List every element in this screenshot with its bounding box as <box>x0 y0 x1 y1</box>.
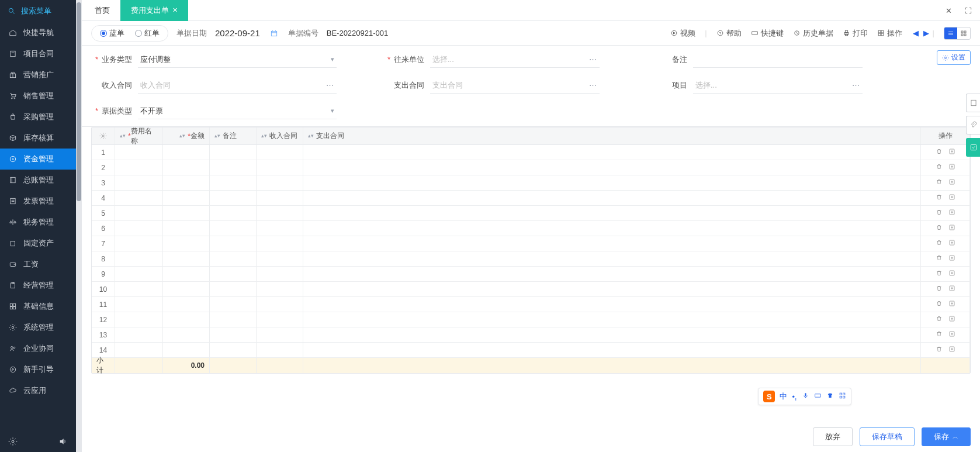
delete-row-icon[interactable] <box>936 194 943 202</box>
cell-remark[interactable] <box>210 267 257 281</box>
sidebar-item-sales[interactable]: 销售管理 <box>0 85 76 106</box>
cell-amount[interactable] <box>163 160 210 175</box>
delete-row-icon[interactable] <box>936 178 943 187</box>
sidebar-item-inventory[interactable]: 库存核算 <box>0 127 76 149</box>
cell-amount[interactable] <box>163 282 210 296</box>
cell-name[interactable] <box>115 236 163 251</box>
table-row[interactable]: 5 <box>92 206 970 221</box>
add-row-icon[interactable] <box>948 163 955 172</box>
dock-note-icon[interactable] <box>966 94 980 112</box>
add-row-icon[interactable] <box>948 300 955 309</box>
cell-remark[interactable] <box>210 175 257 190</box>
table-row[interactable]: 1 <box>92 145 970 160</box>
delete-row-icon[interactable] <box>936 163 943 172</box>
ime-bar[interactable]: S 中 •ˌ <box>758 388 851 405</box>
cell-name[interactable] <box>115 145 163 160</box>
table-config-icon[interactable] <box>92 127 115 144</box>
table-row[interactable]: 3 <box>92 175 970 191</box>
cell-expense[interactable] <box>303 145 921 160</box>
col-name-header[interactable]: ▴▾*费用名称 <box>115 127 163 144</box>
cell-amount[interactable] <box>163 327 210 342</box>
print-button[interactable]: 打印 <box>843 28 868 39</box>
close-icon[interactable]: ✕ <box>172 6 178 14</box>
invoice-type-select[interactable]: 不开票▾ <box>138 103 337 119</box>
fullscreen-icon[interactable] <box>962 5 974 16</box>
dock-check-icon[interactable] <box>966 138 980 157</box>
cell-name[interactable] <box>115 297 163 312</box>
delete-row-icon[interactable] <box>936 209 943 218</box>
cell-expense[interactable] <box>303 236 921 251</box>
cell-expense[interactable] <box>303 343 921 357</box>
cell-remark[interactable] <box>210 297 257 312</box>
sidebar-item-cloud[interactable]: 云应用 <box>0 380 76 401</box>
sidebar-scrollbar[interactable] <box>76 0 82 452</box>
settings-button[interactable]: 设置 <box>937 50 971 65</box>
delete-row-icon[interactable] <box>936 300 943 309</box>
cell-name[interactable] <box>115 206 163 220</box>
sidebar-item-salary[interactable]: 工资 <box>0 254 76 275</box>
cell-amount[interactable] <box>163 175 210 190</box>
biz-type-select[interactable]: 应付调整▾ <box>138 51 337 68</box>
cell-expense[interactable] <box>303 221 921 236</box>
cell-income[interactable] <box>257 327 303 342</box>
cell-name[interactable] <box>115 282 163 296</box>
ime-keyboard-icon[interactable] <box>814 392 822 401</box>
tab-home[interactable]: 首页 <box>84 0 120 21</box>
sidebar-item-finance[interactable]: ¥资金管理 <box>0 149 76 170</box>
table-row[interactable]: 11 <box>92 297 970 312</box>
calendar-icon[interactable] <box>268 27 280 39</box>
table-row[interactable]: 7 <box>92 236 970 251</box>
add-row-icon[interactable] <box>948 285 955 294</box>
cell-income[interactable] <box>257 343 303 357</box>
add-row-icon[interactable] <box>948 270 955 278</box>
add-row-icon[interactable] <box>948 239 955 248</box>
cell-expense[interactable] <box>303 327 921 342</box>
volume-icon[interactable] <box>58 437 68 446</box>
cell-name[interactable] <box>115 343 163 357</box>
sidebar-item-marketing[interactable]: 营销推广 <box>0 64 76 85</box>
add-row-icon[interactable] <box>948 178 955 187</box>
cell-amount[interactable] <box>163 312 210 327</box>
cell-expense[interactable] <box>303 175 921 190</box>
video-button[interactable]: 视频 <box>670 28 695 39</box>
cell-income[interactable] <box>257 312 303 327</box>
cell-remark[interactable] <box>210 145 257 160</box>
cell-income[interactable] <box>257 267 303 281</box>
cell-name[interactable] <box>115 191 163 205</box>
cell-name[interactable] <box>115 312 163 327</box>
cell-remark[interactable] <box>210 160 257 175</box>
sidebar-item-quicknav[interactable]: 快捷导航 <box>0 22 76 43</box>
cell-expense[interactable] <box>303 251 921 266</box>
settings-icon[interactable] <box>8 437 18 446</box>
cell-remark[interactable] <box>210 191 257 205</box>
cell-remark[interactable] <box>210 312 257 327</box>
cell-name[interactable] <box>115 327 163 342</box>
save-draft-button[interactable]: 保存草稿 <box>860 427 915 446</box>
tab-expense[interactable]: 费用支出单✕ <box>120 0 188 21</box>
cell-remark[interactable] <box>210 236 257 251</box>
cell-expense[interactable] <box>303 297 921 312</box>
delete-row-icon[interactable] <box>936 224 943 233</box>
sidebar-item-system[interactable]: 系统管理 <box>0 317 76 338</box>
sidebar-item-projects[interactable]: 项目合同 <box>0 43 76 64</box>
sidebar-item-assets[interactable]: 固定资产 <box>0 233 76 254</box>
cell-amount[interactable] <box>163 206 210 220</box>
table-row[interactable]: 14 <box>92 343 970 358</box>
cell-remark[interactable] <box>210 251 257 266</box>
cell-remark[interactable] <box>210 282 257 296</box>
sidebar-item-invoice[interactable]: 发票管理 <box>0 191 76 212</box>
cell-name[interactable] <box>115 251 163 266</box>
cell-income[interactable] <box>257 206 303 220</box>
delete-row-icon[interactable] <box>936 315 943 324</box>
cell-remark[interactable] <box>210 206 257 220</box>
add-row-icon[interactable] <box>948 209 955 218</box>
cell-remark[interactable] <box>210 343 257 357</box>
table-row[interactable]: 4 <box>92 191 970 206</box>
add-row-icon[interactable] <box>948 224 955 233</box>
income-contract-select[interactable]: 收入合同⋯ <box>138 77 337 94</box>
cell-income[interactable] <box>257 175 303 190</box>
cell-name[interactable] <box>115 175 163 190</box>
delete-row-icon[interactable] <box>936 330 943 339</box>
cell-expense[interactable] <box>303 206 921 220</box>
ime-lang[interactable]: 中 <box>780 391 787 402</box>
